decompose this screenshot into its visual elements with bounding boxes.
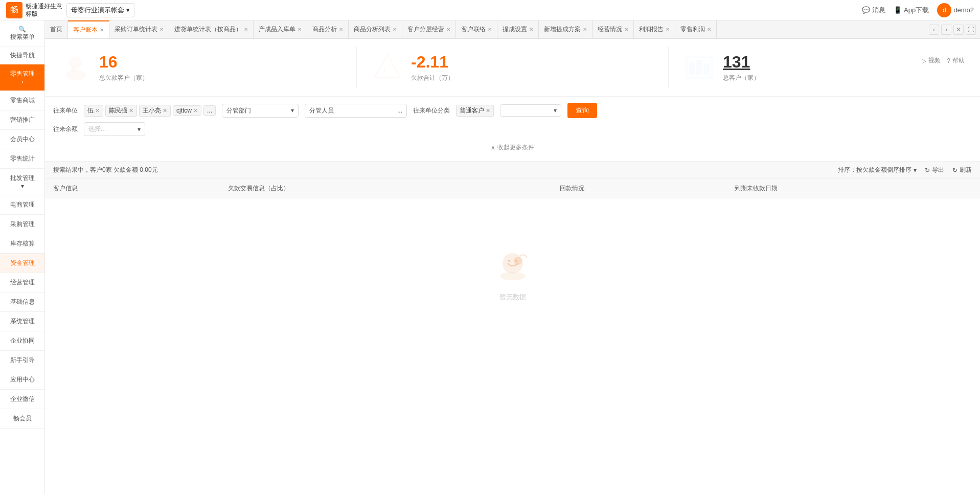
- stat-block-total-customers: 131 总客户（家） ▷ 视频 ? 帮助: [669, 47, 980, 88]
- tab-promotion-settings[interactable]: 提成设置 ✕: [497, 20, 539, 39]
- tab-close-new-promotion-plan[interactable]: ✕: [583, 27, 587, 32]
- sidebar-item-ecommerce[interactable]: 电商管理: [0, 195, 44, 215]
- tab-profit-report[interactable]: 利润报告 ✕: [634, 20, 675, 39]
- sidebar-item-app-center[interactable]: 应用中心: [0, 370, 44, 390]
- balance-filter-select[interactable]: 选择... ▾: [84, 122, 145, 136]
- tab-customer-segment[interactable]: 客户分层经营 ✕: [402, 20, 456, 39]
- tab-close-promotion-settings[interactable]: ✕: [529, 27, 533, 32]
- sidebar-item-purchase[interactable]: 采购管理: [0, 215, 44, 234]
- tab-close-all-btn[interactable]: ✕: [953, 25, 964, 35]
- tab-close-production-inbound[interactable]: ✕: [298, 27, 302, 32]
- suite-selector[interactable]: 母婴行业演示帐套 ▾: [66, 3, 134, 17]
- remove-tag-chen[interactable]: ✕: [129, 107, 133, 114]
- category-filter-label: 往来单位分类: [413, 106, 450, 115]
- sidebar-item-finance[interactable]: 资金管理: [0, 254, 44, 273]
- user-menu[interactable]: d demo2: [937, 3, 974, 17]
- svg-text:!: !: [383, 65, 386, 76]
- tab-close-retail-profit[interactable]: ✕: [707, 27, 711, 32]
- collapse-section: ∧ 收起更多条件: [53, 140, 972, 155]
- stat-info-debt-total: -2.11 欠款合计（万）: [411, 53, 454, 82]
- results-actions: 排序：按欠款金额倒序排序 ▾ ↻ 导出 ↻ 刷新: [838, 166, 972, 174]
- tab-close-customer-segment[interactable]: ✕: [446, 27, 450, 32]
- sidebar-item-inventory[interactable]: 库存核算: [0, 234, 44, 254]
- stat-value-total-customers: 131: [723, 53, 760, 72]
- sidebar-item-newbie[interactable]: 新手引导: [0, 351, 44, 370]
- tab-inventory-stats-by-product[interactable]: 进货单统计表（按商品） ✕: [169, 20, 254, 39]
- export-btn[interactable]: ↻ 导出: [925, 166, 944, 174]
- tab-scroll-left-btn[interactable]: ‹: [929, 25, 939, 35]
- topbar-right: 💬 消息 📱 App下载 d demo2: [862, 3, 974, 17]
- unit-tag-chen[interactable]: 陈民强 ✕: [105, 105, 137, 117]
- sidebar-item-enterprise[interactable]: 企业协同: [0, 331, 44, 351]
- sidebar-item-retail-mgmt[interactable]: 零售管理 ›: [0, 64, 44, 91]
- col-debt-info: 欠款交易信息（占比）: [220, 179, 552, 198]
- person-filter-select[interactable]: 分管人员 ...: [305, 104, 407, 118]
- sidebar-item-marketing[interactable]: 营销推广: [0, 110, 44, 130]
- sort-btn[interactable]: 排序：按欠款金额倒序排序 ▾: [838, 166, 917, 174]
- tab-product-analysis-list[interactable]: 商品分析列表 ✕: [349, 20, 402, 39]
- tab-fullscreen-btn[interactable]: ⛶: [966, 25, 976, 35]
- tab-close-product-analysis[interactable]: ✕: [339, 27, 343, 32]
- tab-scroll-right-btn[interactable]: ›: [941, 25, 951, 35]
- chevron-down-icon: ▾: [914, 167, 917, 174]
- tab-close-customer-book[interactable]: ✕: [100, 27, 104, 33]
- chevron-right-icon: ›: [21, 78, 24, 85]
- svg-point-12: [508, 260, 510, 262]
- tab-home[interactable]: 首页: [45, 20, 68, 39]
- category-select[interactable]: ▾: [500, 104, 561, 117]
- tab-customer-contact[interactable]: 客户联络 ✕: [456, 20, 497, 39]
- unit-tag-wu[interactable]: 伍 ✕: [84, 105, 103, 117]
- category-tag-normal[interactable]: 普通客户 ✕: [456, 105, 494, 117]
- filter-area: 往来单位 伍 ✕ 陈民强 ✕ 王小亮 ✕: [45, 97, 980, 162]
- tab-close-product-analysis-list[interactable]: ✕: [393, 27, 397, 32]
- remove-tag-cjttcw[interactable]: ✕: [193, 107, 198, 114]
- sidebar-search[interactable]: 🔍 搜索菜单: [0, 20, 44, 47]
- tab-customer-book[interactable]: 客户账本 ✕: [68, 20, 109, 39]
- sidebar-item-basic-info[interactable]: 基础信息: [0, 293, 44, 312]
- query-btn[interactable]: 查询: [567, 103, 597, 118]
- tab-close-purchase-order-stats[interactable]: ✕: [159, 27, 164, 32]
- sidebar: 🔍 搜索菜单 快捷导航 零售管理 › 零售商城 营销推广 会员中心 零售统计 批…: [0, 20, 45, 494]
- unit-filter-label: 往来单位: [53, 106, 78, 115]
- dept-filter-select[interactable]: 分管部门 ▾: [222, 104, 299, 118]
- filter-row-1: 往来单位 伍 ✕ 陈民强 ✕ 王小亮 ✕: [53, 103, 972, 118]
- tab-new-promotion-plan[interactable]: 新增提成方案 ✕: [539, 20, 592, 39]
- tab-close-customer-contact[interactable]: ✕: [488, 27, 492, 32]
- unit-tag-more[interactable]: ...: [203, 105, 216, 116]
- tab-operation-status[interactable]: 经营情况 ✕: [592, 20, 634, 39]
- sidebar-item-vip-member[interactable]: 畅会员: [0, 409, 44, 429]
- remove-tag-wu[interactable]: ✕: [95, 107, 100, 114]
- message-btn[interactable]: 💬 消息: [862, 6, 885, 15]
- sidebar-item-wholesale-mgmt[interactable]: 批发管理 ▾: [0, 169, 44, 195]
- tab-close-profit-report[interactable]: ✕: [666, 27, 670, 32]
- stat-actions: ▷ 视频 ? 帮助: [922, 52, 965, 65]
- sidebar-item-operation[interactable]: 经营管理: [0, 273, 44, 293]
- topbar-left: 畅 畅捷通好生意 标版 母婴行业演示帐套 ▾: [6, 2, 134, 18]
- sidebar-item-wecom[interactable]: 企业微信: [0, 390, 44, 409]
- svg-rect-7: [696, 60, 702, 75]
- sidebar-item-member-center[interactable]: 会员中心: [0, 130, 44, 149]
- tab-purchase-order-stats[interactable]: 采购订单统计表 ✕: [109, 20, 169, 39]
- sidebar-item-system[interactable]: 系统管理: [0, 312, 44, 331]
- tab-production-inbound[interactable]: 产成品入库单 ✕: [254, 20, 307, 39]
- sidebar-quick-nav[interactable]: 快捷导航: [0, 47, 44, 64]
- tab-close-inventory-stats[interactable]: ✕: [244, 27, 248, 32]
- data-table: 客户信息 欠款交易信息（占比） 回款情况 到期未收款日期: [45, 179, 980, 349]
- tab-close-operation-status[interactable]: ✕: [624, 27, 628, 32]
- unit-tag-cjttcw[interactable]: cjttcw ✕: [173, 105, 201, 116]
- video-btn[interactable]: ▷ 视频: [922, 56, 941, 65]
- unit-tag-wang[interactable]: 王小亮 ✕: [139, 105, 171, 117]
- sidebar-item-retail-stats[interactable]: 零售统计: [0, 149, 44, 169]
- empty-state-message: 暂无数据: [499, 293, 526, 302]
- help-btn[interactable]: ? 帮助: [947, 56, 965, 65]
- app-download-btn[interactable]: 📱 App下载: [894, 6, 929, 15]
- debt-customers-icon: ¥: [60, 52, 91, 83]
- remove-tag-wang[interactable]: ✕: [163, 107, 167, 114]
- content-area: 首页 客户账本 ✕ 采购订单统计表 ✕ 进货单统计表（按商品） ✕ 产成品入库单…: [45, 20, 980, 494]
- tab-product-analysis[interactable]: 商品分析 ✕: [307, 20, 349, 39]
- sidebar-item-retail-mall[interactable]: 零售商城: [0, 91, 44, 110]
- refresh-btn[interactable]: ↻ 刷新: [952, 166, 972, 174]
- tab-retail-profit[interactable]: 零售利润 ✕: [675, 20, 717, 39]
- collapse-btn[interactable]: ∧ 收起更多条件: [488, 140, 537, 155]
- remove-tag-normal[interactable]: ✕: [486, 107, 490, 114]
